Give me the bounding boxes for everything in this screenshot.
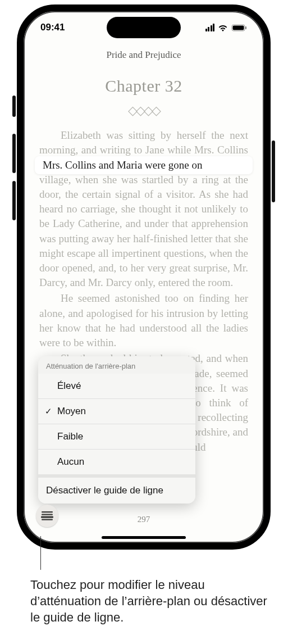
menu-item-label: Moyen	[57, 406, 86, 416]
paragraph-1: Elizabeth was sitting by herself the nex…	[39, 128, 248, 290]
bottom-bar: 297	[24, 506, 264, 533]
mute-switch	[12, 96, 16, 117]
dynamic-island	[107, 17, 181, 38]
menu-header: Atténuation de l'arrière-plan	[38, 356, 195, 374]
status-time: 09:41	[40, 22, 65, 33]
menu-item-moyen[interactable]: ✓ Moyen	[38, 398, 195, 424]
line-guide-highlight[interactable]: Mrs. Collins and Maria were gone on	[35, 156, 253, 174]
home-indicator[interactable]	[102, 536, 186, 539]
power-button	[272, 140, 275, 202]
menu-item-label: Élevé	[57, 380, 81, 391]
battery-icon	[231, 24, 247, 31]
menu-item-aucun[interactable]: Aucun	[38, 449, 195, 474]
callout-leader-line	[40, 536, 41, 570]
book-title: Pride and Prejudice	[24, 49, 264, 61]
wifi-icon	[218, 24, 228, 31]
svg-rect-1	[233, 25, 244, 30]
volume-down-button	[12, 181, 16, 220]
page-number: 297	[138, 515, 150, 524]
svg-rect-2	[245, 26, 246, 29]
ornament-divider: ◇◇◇◇	[24, 103, 264, 118]
menu-item-label: Faible	[57, 431, 83, 442]
iphone-frame: 09:41 Pride and Prejudice Chapter 32 ◇◇◇…	[17, 4, 271, 550]
status-right	[205, 24, 248, 31]
cellular-icon	[205, 24, 215, 31]
volume-up-button	[12, 134, 16, 173]
menu-item-faible[interactable]: Faible	[38, 424, 195, 449]
callout-text: Touchez pour modifier le niveau d’atténu…	[30, 577, 277, 625]
checkmark-icon: ✓	[45, 406, 52, 416]
menu-action-label: Désactiver le guide de ligne	[46, 485, 163, 496]
menu-item-label: Aucun	[57, 456, 84, 467]
chapter-title: Chapter 32	[24, 76, 264, 96]
menu-item-eleve[interactable]: Élevé	[38, 374, 195, 398]
svg-rect-4	[42, 514, 53, 515]
focused-line-text: Mrs. Collins and Maria were gone on	[43, 159, 202, 171]
svg-rect-3	[42, 511, 53, 513]
paragraph-2: He seemed astonished too on find­ing her…	[39, 291, 248, 350]
svg-rect-5	[41, 516, 53, 518]
line-guide-button[interactable]	[36, 505, 58, 527]
background-dimming-menu: Atténuation de l'arrière-plan Élevé ✓ Mo…	[38, 356, 195, 504]
svg-rect-6	[42, 519, 53, 520]
menu-disable-line-guide[interactable]: Désactiver le guide de ligne	[38, 478, 195, 504]
line-guide-icon	[41, 511, 53, 520]
